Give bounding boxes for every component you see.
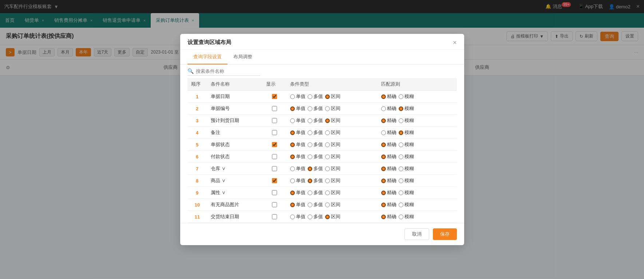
modal-tabs: 查询字段设置 布局调整: [180, 50, 464, 64]
modal-tab-layout[interactable]: 布局调整: [228, 50, 258, 64]
search-icon: 🔍: [187, 68, 194, 74]
search-box: 🔍: [187, 68, 260, 75]
modal-title: 设置查询区域布局: [187, 39, 231, 46]
settings-modal: 设置查询区域布局 × 查询字段设置 布局调整 🔍 顺序 条件名称: [180, 34, 464, 75]
modal-header: 设置查询区域布局 ×: [180, 34, 464, 50]
modal-tab-fields[interactable]: 查询字段设置: [187, 50, 228, 64]
modal-close-btn[interactable]: ×: [453, 39, 457, 46]
search-input[interactable]: [196, 68, 254, 74]
modal-search-area: 🔍: [180, 64, 464, 75]
